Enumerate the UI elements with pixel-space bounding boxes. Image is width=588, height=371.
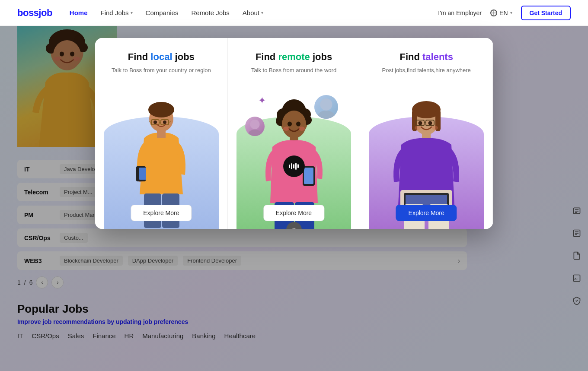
nav-about[interactable]: About ▾	[243, 9, 263, 16]
svg-point-26	[320, 98, 332, 111]
sparkle-icon: ✦	[258, 95, 266, 106]
nav-companies[interactable]: Companies	[146, 9, 179, 16]
svg-point-12	[148, 102, 174, 117]
mic-bar-4	[295, 163, 297, 170]
mic-bar-3	[293, 164, 294, 168]
panel-remote-title: Find remote jobs	[256, 51, 332, 63]
panel-talents-subtitle: Post jobs,find talents,hire anywhere	[382, 67, 471, 73]
mic-bar-2	[291, 163, 292, 169]
lang-chevron-icon: ▾	[510, 10, 512, 15]
language-selector[interactable]: EN ▾	[490, 10, 512, 16]
float-avatar-2	[245, 117, 265, 136]
explore-remote-button[interactable]: Explore More	[263, 205, 324, 221]
svg-point-27	[318, 111, 335, 119]
logo-text: bossjob	[17, 7, 52, 18]
svg-point-40	[299, 127, 305, 131]
svg-point-55	[415, 126, 421, 130]
brand-logo[interactable]: bossjob	[17, 7, 52, 19]
svg-rect-18	[157, 130, 166, 138]
mic-bars	[289, 163, 299, 170]
navbar: bossjob Home Find Jobs ▾ Companies Remot…	[0, 0, 588, 26]
svg-point-53	[419, 121, 422, 125]
employer-link[interactable]: I'm an Employer	[438, 10, 482, 16]
nav-home[interactable]: Home	[70, 9, 88, 16]
float-avatar-1-svg	[314, 95, 338, 119]
modal-panel-remote: Find remote jobs Talk to Boss from aroun…	[228, 38, 361, 229]
get-started-button[interactable]: Get Started	[521, 6, 571, 20]
svg-point-36	[282, 111, 306, 138]
float-avatar-1	[314, 95, 338, 119]
nav-find-jobs[interactable]: Find Jobs ▾	[101, 9, 133, 16]
mic-bar-1	[289, 165, 290, 168]
svg-point-39	[283, 127, 289, 131]
explore-local-button[interactable]: Explore More	[131, 205, 192, 221]
svg-line-17	[169, 122, 171, 122]
svg-point-28	[250, 120, 259, 129]
nav-remote-jobs[interactable]: Remote Jobs	[191, 9, 229, 16]
modal-panel-talents: Find talents Post jobs,find talents,hire…	[360, 38, 493, 229]
feature-modal: Find local jobs Talk to Boss from your c…	[95, 38, 493, 229]
mic-bar-5	[297, 164, 299, 168]
explore-talents-button[interactable]: Explore More	[396, 205, 457, 221]
nav-right: I'm an Employer EN ▾ Get Started	[438, 6, 571, 20]
svg-point-37	[288, 121, 292, 126]
svg-point-29	[248, 130, 261, 136]
svg-line-16	[149, 122, 151, 122]
panel-local-subtitle: Talk to Boss from your country or region	[112, 67, 211, 73]
globe-icon	[490, 10, 497, 16]
svg-point-23	[163, 120, 166, 124]
panel-remote-subtitle: Talk to Boss from around the word	[251, 67, 336, 73]
svg-point-56	[432, 126, 438, 130]
nav-links: Home Find Jobs ▾ Companies Remote Jobs A…	[70, 9, 438, 16]
svg-point-38	[296, 121, 300, 126]
find-jobs-chevron-icon: ▾	[131, 10, 133, 15]
modal-panel-local: Find local jobs Talk to Boss from your c…	[95, 38, 228, 229]
microphone-icon	[283, 155, 305, 177]
svg-point-54	[428, 121, 432, 125]
float-avatar-2-svg	[245, 117, 265, 136]
panel-local-title: Find local jobs	[128, 51, 195, 63]
about-chevron-icon: ▾	[261, 10, 263, 15]
svg-rect-43	[304, 168, 313, 184]
svg-rect-21	[139, 168, 146, 180]
panel-talents-title: Find talents	[399, 51, 453, 63]
svg-point-22	[153, 120, 157, 124]
